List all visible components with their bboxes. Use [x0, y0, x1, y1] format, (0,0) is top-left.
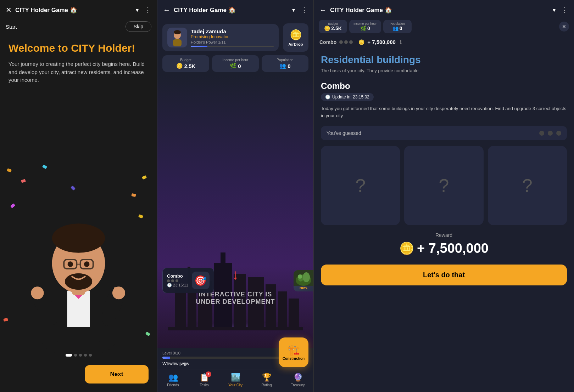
svg-point-14	[31, 286, 44, 299]
combo-strip-reward: + 7,500,000	[367, 39, 396, 45]
construction-icon: 🏗️	[288, 344, 300, 356]
topbar-panel1: ✕ CITY Holder Game 🏠 ▾ ⋮	[0, 0, 157, 20]
app-title-p1: CITY Holder Game 🏠	[15, 6, 132, 14]
mystery-card-2[interactable]: ?	[404, 146, 483, 225]
income-icon: 🌿	[230, 63, 236, 69]
svg-point-6	[52, 223, 105, 252]
panel-city-main: ← CITY Holder Game 🏠 ▾ ⋮ Tadej Zamuda Pr…	[157, 0, 314, 392]
nav-tasks[interactable]: 📋 7 Tasks	[189, 371, 220, 388]
reward-coin-icon: 🪙	[399, 241, 414, 255]
combo-float-card[interactable]: Combo 🕐 23:15:11 🎯	[162, 268, 214, 293]
topbar-panel3: ← CITY Holder Game 🏠 ▾ ⋮	[314, 0, 574, 20]
guessed-label: You've guessed	[327, 130, 536, 136]
income-value: 0	[238, 63, 241, 69]
guess-dot-2	[548, 131, 553, 136]
back-icon-p3[interactable]: ←	[319, 6, 327, 14]
combo-dot-3	[175, 279, 178, 282]
airdrop-label: AirDrop	[289, 42, 303, 46]
svg-point-11	[84, 261, 89, 267]
nav-treasury[interactable]: 🔮 Treasury	[282, 371, 313, 388]
start-label: Start	[6, 24, 17, 30]
svg-rect-18	[56, 341, 72, 364]
dot-3	[79, 354, 82, 357]
combo-strip: Combo 🪙 + 7,500,000 ℹ	[314, 37, 574, 49]
combo-dot-2	[171, 279, 174, 282]
combo-detail-title: Combo	[321, 81, 567, 91]
nfts-label: NFTs	[294, 286, 313, 290]
avatar	[167, 28, 187, 47]
cs-dot-2	[344, 40, 348, 44]
app-title-p3: CITY Holder Game 🏠	[330, 6, 549, 14]
red-arrow-indicator: ↓	[232, 267, 239, 283]
power-bar	[191, 46, 274, 47]
treasury-label: Treasury	[291, 383, 305, 387]
svg-rect-23	[173, 39, 182, 46]
more-options-icon-p2[interactable]: ⋮	[301, 6, 308, 14]
nav-rating[interactable]: 🏆 Rating	[251, 371, 282, 388]
profile-power: Holder's Power 1/11	[191, 40, 274, 44]
avatar-image	[168, 29, 186, 46]
p3-stat-population: Population 👥 0	[383, 20, 412, 33]
stat-population: Population 👥 0	[262, 55, 308, 72]
close-panel-button[interactable]: ✕	[559, 22, 569, 32]
reward-section: Reward 🪙 + 7,500,000	[321, 232, 567, 256]
svg-rect-25	[175, 288, 186, 330]
skip-button[interactable]: Skip	[126, 21, 151, 32]
city-scene: INTERACTIVE CITY IS UNDER DEVELOPMENT NF…	[157, 75, 313, 348]
nav-your-city[interactable]: 🏙️ Your City	[220, 371, 251, 388]
update-timer-badge: 🕐 Update in: 23:15:02	[321, 93, 374, 101]
svg-point-41	[303, 272, 310, 282]
stat-budget: Budget 🪙 2.5K	[162, 55, 209, 72]
bottom-nav: 👥 Friends 📋 7 Tasks 🏙️ Your City 🏆 Ratin…	[157, 369, 313, 392]
welcome-description: Your journey to creating the perfect cit…	[9, 60, 149, 84]
airdrop-button[interactable]: 🪙 AirDrop	[283, 23, 308, 52]
mystery-card-1[interactable]: ?	[321, 146, 400, 225]
combo-strip-dots	[339, 40, 353, 44]
nfts-image	[294, 270, 313, 286]
next-button[interactable]: Next	[85, 365, 149, 384]
dot-1	[66, 354, 72, 357]
stat-income: Income per hour 🌿 0	[212, 55, 259, 72]
more-options-icon-p1[interactable]: ⋮	[144, 6, 151, 14]
tasks-label: Tasks	[200, 383, 209, 387]
profile-bar: Tadej Zamuda Promising Innovator Holder'…	[157, 20, 313, 55]
level-progress-fill	[162, 357, 170, 359]
guess-dot-3	[556, 131, 561, 136]
nfts-badge[interactable]: NFTs	[294, 270, 313, 291]
guessed-row: You've guessed	[321, 126, 567, 140]
mystery-cards: ? ? ?	[321, 146, 567, 225]
construction-fab[interactable]: 🏗️ Construction	[279, 337, 308, 367]
dot-4	[84, 354, 87, 357]
lets-do-that-button[interactable]: Let's do that	[321, 265, 567, 285]
p3-main-content: Residential buildings The basis of your …	[314, 49, 574, 392]
back-icon-p2[interactable]: ←	[163, 6, 170, 14]
update-timer-label: Update in: 23:15:02	[332, 95, 369, 100]
svg-point-12	[65, 273, 92, 290]
chevron-down-icon-p1[interactable]: ▾	[136, 7, 139, 13]
mystery-card-3[interactable]: ?	[488, 146, 567, 225]
svg-point-42	[298, 274, 302, 279]
topbar-panel2: ← CITY Holder Game 🏠 ▾ ⋮	[157, 0, 313, 20]
cs-dot-1	[339, 40, 343, 44]
info-icon[interactable]: ℹ	[400, 39, 402, 45]
p3-stat-budget: Budget 🪙 2.5K	[319, 20, 347, 33]
combo-target-icon: 🎯	[192, 272, 210, 289]
power-fill	[191, 46, 207, 47]
svg-rect-37	[168, 327, 303, 330]
subbar-p1: Start Skip	[0, 20, 157, 35]
profile-role: Promising Innovator	[191, 34, 274, 39]
nav-friends[interactable]: 👥 Friends	[157, 371, 189, 388]
more-options-icon-p3[interactable]: ⋮	[561, 6, 568, 14]
clock-icon: 🕐	[325, 95, 330, 100]
chevron-down-icon-p3[interactable]: ▾	[553, 7, 556, 13]
close-icon[interactable]: ✕	[6, 6, 12, 14]
p3-population-icon: 👥	[392, 25, 399, 31]
rating-label: Rating	[262, 383, 272, 387]
your-city-label: Your City	[228, 383, 243, 387]
budget-value: 2.5K	[184, 63, 196, 69]
character-illustration	[0, 158, 157, 364]
chevron-down-icon-p2[interactable]: ▾	[292, 7, 295, 13]
profile-card[interactable]: Tadej Zamuda Promising Innovator Holder'…	[162, 24, 279, 51]
section-description: The basis of your city. They provide com…	[321, 68, 567, 74]
reward-label: Reward	[321, 232, 567, 238]
